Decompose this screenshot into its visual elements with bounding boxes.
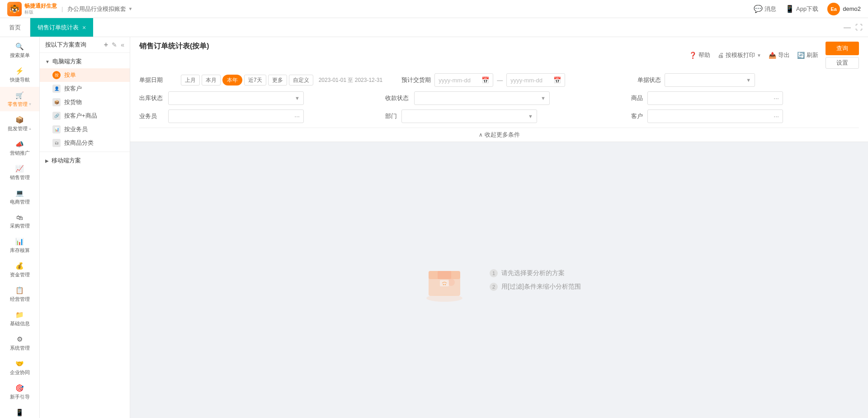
mobile-expand-icon: ▶ — [45, 158, 49, 163]
template-print-btn[interactable]: 🖨 按模板打印 ▼ — [717, 51, 761, 59]
payment-select[interactable]: ▼ — [414, 91, 550, 105]
message-btn[interactable]: 💬 消息 — [754, 5, 776, 13]
salesperson-input[interactable]: ··· — [168, 109, 304, 123]
delivery-label: 出库状态 — [139, 94, 165, 102]
scheme-item-by-order[interactable]: 按 按单 — [40, 68, 130, 82]
goods-more-btn[interactable]: ··· — [774, 95, 779, 102]
hint-text-1: 请先选择要分析的方案 — [501, 269, 565, 277]
help-btn[interactable]: ❓ 帮助 — [689, 51, 710, 59]
svg-rect-5 — [440, 280, 449, 286]
customer-label: 客户 — [631, 112, 644, 120]
order-status-arrow: ▼ — [746, 77, 751, 83]
mobile-scheme-group: ▶ 移动端方案 — [40, 152, 130, 169]
svg-rect-3 — [438, 271, 451, 279]
scheme-panel-title: 按以下方案查询 — [45, 41, 86, 49]
scheme-item-by-salesperson[interactable]: 📊 按业务员 — [40, 123, 130, 136]
date-btn-more[interactable]: 更多 — [268, 75, 287, 86]
scheme-edit-btn[interactable]: ✎ — [112, 41, 117, 48]
settings-btn[interactable]: 设置 — [826, 57, 859, 69]
calendar-icon-1: 📅 — [481, 76, 489, 84]
system-icon: ⚙ — [17, 335, 23, 343]
delivery-arrow: ▼ — [295, 95, 300, 101]
tab-active-sales-order[interactable]: 销售订单统计表 × — [30, 18, 93, 37]
pc-scheme-group-header[interactable]: ▼ 电脑端方案 — [40, 55, 130, 68]
sidebar-item-inventory[interactable]: 📊 库存核算 — [0, 233, 39, 257]
date-btn-custom[interactable]: 自定义 — [289, 75, 313, 86]
sidebar-item-operation[interactable]: 📋 经营管理 — [0, 282, 39, 306]
tab-close-btn[interactable]: × — [82, 24, 86, 31]
sidebar-item-search[interactable]: 🔍 搜索菜单 — [0, 37, 39, 62]
sidebar-item-basic[interactable]: 📁 基础信息 — [0, 306, 39, 331]
date-btn-this-year[interactable]: 本年 — [222, 75, 242, 86]
scheme-panel: 按以下方案查询 + ✎ « ▼ 电脑端方案 按 按单 — [40, 37, 130, 418]
sidebar-item-shortcut[interactable]: ⚡ 快捷导航 — [0, 62, 39, 87]
mobile-group-title: 移动端方案 — [52, 157, 81, 165]
salesperson-more-btn[interactable]: ··· — [294, 113, 300, 120]
scheme-item-by-customer-goods[interactable]: 🔗 按客户+商品 — [40, 109, 130, 123]
query-btn[interactable]: 查询 — [826, 42, 859, 55]
message-icon: 💬 — [754, 5, 763, 13]
sidebar-item-appstore[interactable]: 📱 应用中心 — [0, 404, 39, 418]
expected-date-end[interactable]: yyyy-mm-dd 📅 — [506, 73, 565, 87]
scheme-icon-by-goods: 📦 — [52, 98, 61, 106]
tab-home[interactable]: 首页 — [0, 18, 30, 37]
date-btn-last-7-days[interactable]: 近7天 — [244, 75, 266, 86]
date-filter-label: 单据日期 — [139, 76, 163, 84]
salesperson-label: 业务员 — [139, 112, 165, 120]
sidebar-item-purchase[interactable]: 🛍 采购管理 — [0, 209, 39, 233]
finance-icon: 💰 — [15, 262, 24, 270]
sidebar-item-marketing[interactable]: 📣 营销推广 — [0, 136, 39, 160]
sidebar-item-retail[interactable]: 🛒 零售管理 ▼ — [0, 87, 39, 111]
scheme-icon-by-goods-category: 🗂 — [52, 139, 61, 147]
page-title: 销售订单统计表(按单) — [139, 42, 209, 51]
delivery-select[interactable]: ▼ — [168, 91, 304, 105]
date-range-separator: — — [497, 77, 503, 84]
print-arrow-icon: ▼ — [757, 53, 761, 58]
logo-icon: 🐯 — [7, 2, 22, 16]
expected-date-start[interactable]: yyyy-mm-dd 📅 — [434, 73, 493, 87]
sidebar-item-system[interactable]: ⚙ 系统管理 — [0, 331, 39, 355]
customer-input[interactable]: ··· — [647, 109, 783, 123]
operation-icon: 📋 — [15, 286, 24, 294]
export-btn[interactable]: 📤 导出 — [769, 51, 790, 59]
print-icon: 🖨 — [717, 52, 724, 59]
scheme-collapse-btn[interactable]: « — [121, 41, 124, 48]
sidebar-item-sales[interactable]: 📈 销售管理 — [0, 160, 39, 185]
refresh-btn[interactable]: 🔄 刷新 — [797, 51, 818, 59]
scheme-add-btn[interactable]: + — [104, 41, 108, 49]
svg-point-7 — [445, 284, 446, 285]
sidebar-item-newbie[interactable]: 🎯 新手引导 — [0, 380, 39, 404]
customer-more-btn[interactable]: ··· — [774, 113, 779, 120]
basic-icon: 📁 — [15, 311, 24, 319]
app-download-btn[interactable]: 📱 App下载 — [785, 5, 818, 13]
nav-sidebar: 🔍 搜索菜单 ⚡ 快捷导航 🛒 零售管理 ▼ 📦 批发管理 ▲ 📣 营销推广 📈… — [0, 37, 40, 418]
scheme-item-by-goods[interactable]: 📦 按货物 — [40, 95, 130, 109]
user-area[interactable]: Ea demo2 — [827, 3, 861, 15]
svg-point-6 — [443, 284, 444, 285]
payment-arrow: ▼ — [541, 95, 546, 101]
tab-maximize-btn[interactable]: ⛶ — [855, 24, 863, 32]
tab-minimize-btn[interactable]: — — [844, 24, 851, 32]
scheme-icon-by-customer-goods: 🔗 — [52, 112, 61, 120]
sidebar-item-finance[interactable]: 💰 资金管理 — [0, 257, 39, 282]
date-range-text: 2023-01-01 至 2023-12-31 — [319, 76, 382, 84]
breadcrumb[interactable]: 办公用品行业模拟账套 ▼ — [67, 5, 132, 13]
dept-select[interactable]: ▼ — [401, 109, 537, 123]
scheme-icon-by-customer: 👤 — [52, 85, 61, 93]
goods-input[interactable]: ··· — [647, 91, 783, 105]
ecom-icon: 💻 — [15, 189, 24, 197]
collapse-filter-btn[interactable]: ∧ 收起更多条件 — [479, 131, 520, 139]
avatar: Ea — [827, 3, 840, 15]
sidebar-item-ecom[interactable]: 💻 电商管理 — [0, 185, 39, 209]
sidebar-item-corp[interactable]: 🤝 企业协同 — [0, 355, 39, 380]
order-status-select[interactable]: ▼ — [665, 73, 755, 87]
newbie-icon: 🎯 — [15, 384, 24, 392]
date-btn-last-month[interactable]: 上月 — [181, 75, 200, 86]
scheme-item-by-goods-category[interactable]: 🗂 按商品分类 — [40, 136, 130, 150]
date-btn-this-month[interactable]: 本月 — [202, 75, 221, 86]
sidebar-item-wholesale[interactable]: 📦 批发管理 ▲ — [0, 111, 39, 136]
scheme-item-by-customer[interactable]: 👤 按客户 — [40, 82, 130, 95]
mobile-scheme-group-header[interactable]: ▶ 移动端方案 — [40, 154, 130, 167]
dept-arrow: ▼ — [528, 114, 533, 119]
refresh-icon: 🔄 — [797, 52, 805, 59]
